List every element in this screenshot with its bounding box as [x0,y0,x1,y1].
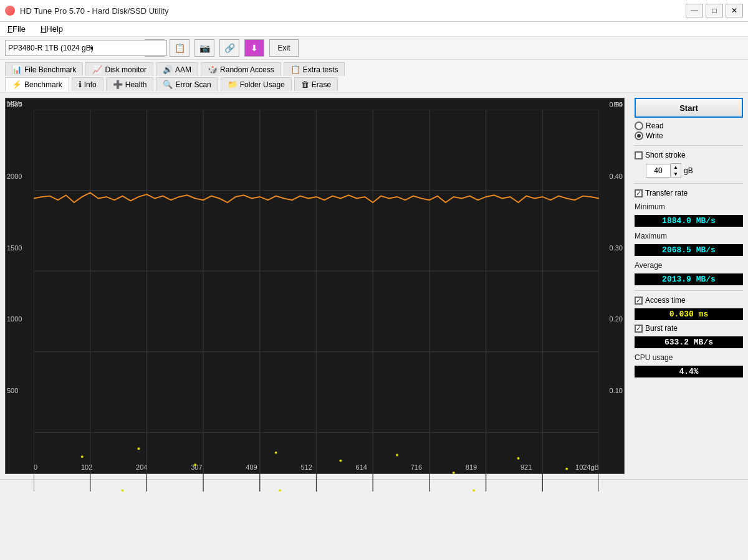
spinbox-input[interactable] [646,164,671,178]
svg-point-68 [275,452,277,454]
help-menu[interactable]: HHelp [38,23,65,35]
divider-2 [635,183,743,184]
svg-point-71 [453,472,455,474]
tab-info[interactable]: ℹ Info [72,77,103,91]
minimize-button[interactable]: — [686,4,703,17]
toolbar: PP3480-R 1TB (1024 gB) 🌡 – °C ⧉ 📋 📷 🔗 ⬇ … [0,37,748,60]
burst-rate-checkbox[interactable] [635,325,643,333]
svg-point-73 [565,468,568,470]
short-stroke-checkbox[interactable] [635,151,643,159]
chart-area: MB/s ms 2500 2000 1500 1000 500 0.50 0.4… [5,98,625,474]
tab-file-benchmark[interactable]: 📊 File Benchmark [5,62,83,76]
minimum-value: 1884.0 MB/s [635,215,743,227]
transfer-rate-checkbox[interactable] [635,189,643,197]
tab-health[interactable]: ➕ Health [106,77,154,91]
spinbox-down[interactable]: ▼ [671,171,681,178]
cpu-usage-value: 4.4% [635,366,743,377]
divider-3 [635,290,743,291]
camera-icon-btn[interactable]: 📷 [194,39,214,57]
minimum-label: Minimum [635,202,743,211]
write-radio-label: Write [646,131,663,140]
app-icon [5,6,15,16]
tab-random-access[interactable]: 🎲 Random Access [201,62,281,76]
file-menu[interactable]: FFile [5,23,28,35]
tabs-container: 📊 File Benchmark 📈 Disk monitor 🔊 AAM 🎲 … [0,60,748,93]
tabs-row-1: 📊 File Benchmark 📈 Disk monitor 🔊 AAM 🎲 … [5,62,743,76]
chart-y-labels-left: 2500 2000 1500 1000 500 [6,98,34,461]
average-label: Average [635,261,743,270]
spinbox-arrows: ▲ ▼ [671,163,681,178]
write-radio[interactable]: Write [635,131,743,140]
short-stroke-checkbox-item[interactable]: Short stroke [635,151,743,159]
read-radio[interactable]: Read [635,121,743,130]
link-icon-btn[interactable]: 🔗 [219,39,239,57]
spinbox-unit: gB [684,166,693,175]
maximize-button[interactable]: □ [706,4,723,17]
read-radio-label: Read [646,121,664,130]
read-radio-circle[interactable] [635,121,643,130]
drive-selector-wrapper[interactable]: PP3480-R 1TB (1024 gB) [5,40,97,56]
divider-1 [635,145,743,146]
title-bar: HD Tune Pro 5.70 - Hard Disk/SSD Utility… [0,0,748,22]
window-title: HD Tune Pro 5.70 - Hard Disk/SSD Utility [20,6,168,16]
short-stroke-label: Short stroke [645,151,686,159]
download-icon-btn[interactable]: ⬇ [244,39,264,57]
svg-point-69 [339,460,342,462]
transfer-rate-label: Transfer rate [645,189,688,197]
tab-error-scan[interactable]: 🔍 Error Scan [156,77,218,91]
svg-point-67 [194,463,196,466]
tab-erase[interactable]: 🗑 Erase [294,77,338,91]
write-radio-circle[interactable] [635,131,643,140]
access-time-checkbox[interactable] [635,297,643,305]
tabs-row-2: ⚡ Benchmark ℹ Info ➕ Health 🔍 Error Scan… [5,77,743,91]
svg-point-70 [396,454,398,457]
tab-disk-monitor[interactable]: 📈 Disk monitor [85,62,153,76]
right-panel: Start Read Write Short stroke ▲ ▼ gB [630,93,748,479]
tab-folder-usage[interactable]: 📁 Folder Usage [221,77,292,91]
tab-benchmark[interactable]: ⚡ Benchmark [5,77,69,92]
maximum-value: 2068.5 MB/s [635,244,743,256]
access-time-label: Access time [645,296,686,305]
close-button[interactable]: ✕ [726,4,743,17]
access-time-value: 0.030 ms [635,308,743,320]
svg-point-65 [81,455,84,458]
svg-point-72 [517,457,519,460]
transfer-rate-checkbox-item[interactable]: Transfer rate [635,189,743,197]
svg-point-54 [472,490,475,491]
burst-rate-label: Burst rate [645,324,678,333]
exit-button[interactable]: Exit [269,39,298,57]
main-content: MB/s ms 2500 2000 1500 1000 500 0.50 0.4… [0,93,748,479]
tab-extra-tests[interactable]: 📋 Extra tests [284,62,345,76]
svg-point-25 [122,490,124,491]
start-button[interactable]: Start [635,98,743,118]
svg-point-38 [279,490,281,491]
chart-svg [34,110,599,491]
svg-point-66 [137,447,140,450]
chart-y-labels-right: 0.50 0.40 0.30 0.20 0.10 [599,98,624,461]
maximum-label: Maximum [635,232,743,240]
spinbox-up[interactable]: ▲ [671,164,681,171]
tab-aam[interactable]: 🔊 AAM [156,62,198,76]
menu-bar: FFile HHelp [0,22,748,37]
mode-radio-group: Read Write [635,121,743,140]
average-value: 2013.9 MB/s [635,273,743,285]
drive-select[interactable]: PP3480-R 1TB (1024 gB) [5,40,167,56]
access-time-checkbox-item[interactable]: Access time [635,296,743,305]
burst-rate-value: 633.2 MB/s [635,336,743,348]
burst-rate-checkbox-item[interactable]: Burst rate [635,324,743,333]
spinbox-container: ▲ ▼ gB [646,163,743,178]
health-icon: ➕ [113,80,123,89]
info-icon-btn[interactable]: 📋 [170,39,189,57]
cpu-usage-label: CPU usage [635,353,743,362]
